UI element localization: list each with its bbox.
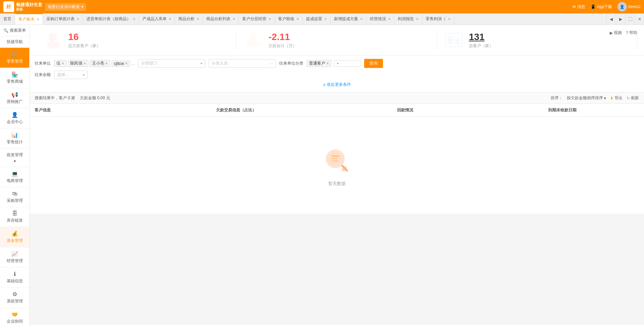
sidebar-item-retail-stats[interactable]: 📊 零售统计 <box>0 129 29 149</box>
store-selector[interactable]: 母婴行业演示帐套 ▾ <box>45 3 86 11</box>
tag-close-normal-customer[interactable]: ✕ <box>326 62 329 65</box>
tag-close-wang[interactable]: ✕ <box>105 62 108 65</box>
tab-home[interactable]: 首页 <box>0 13 15 25</box>
credit-amount-icon: ! <box>243 30 263 50</box>
credit-customers-icon: ¥ <box>43 30 63 50</box>
tab-product-analysis-list[interactable]: 商品分析列表 ✕ <box>203 13 239 25</box>
tab-close-icon[interactable]: ✕ <box>296 17 299 21</box>
tab-raise-settings[interactable]: 提成设置 ✕ <box>303 13 331 25</box>
result-summary: 搜索结果中，客户 0 家 欠款金额 0.00 元 <box>35 95 110 101</box>
help-icon: ? <box>626 31 628 35</box>
stat-credit-amount: ! -2.11 欠款合计（万） <box>237 30 437 50</box>
tab-close-icon[interactable]: ✕ <box>37 17 39 21</box>
filter-tags-unit: 伍 ✕ 陈民强 ✕ 王小亮 ✕ cjttcw ✕ ... <box>54 60 135 67</box>
tab-scroll-right-button[interactable]: ▶ <box>616 13 625 25</box>
col-header-date: 到期未收款日期 <box>548 107 639 113</box>
sidebar-item-marketing[interactable]: 📢 营销推广 <box>0 88 29 108</box>
svg-rect-6 <box>448 36 453 44</box>
tab-purchase-stats[interactable]: 进货单统计表（按商品） ✕ <box>83 13 139 25</box>
more-tags-button[interactable]: ... <box>131 61 135 66</box>
tag-close-cjttcw[interactable]: ✕ <box>125 62 128 65</box>
svg-rect-10 <box>331 155 339 157</box>
top-bar-left: 好 畅捷通好生意 标版 母婴行业演示帐套 ▾ <box>3 1 86 12</box>
sidebar-item-enterprise-coop[interactable]: 🤝 企业协同 <box>0 308 29 325</box>
tab-close-icon[interactable]: ✕ <box>360 17 363 21</box>
remainder-chevron-icon: ▾ <box>83 73 85 77</box>
search-menu-button[interactable]: 🔍 搜索菜单 <box>0 25 29 36</box>
ecommerce-icon: 💻 <box>11 171 18 177</box>
sidebar-item-basic-info[interactable]: ℹ 基础信息 <box>0 267 29 288</box>
message-button[interactable]: ✉ 消息 <box>572 4 585 10</box>
retail-mall-icon: 🏪 <box>11 71 18 78</box>
tab-operations[interactable]: 经营情况 ✕ <box>367 13 394 25</box>
search-icon: 🔍 <box>3 28 8 33</box>
refresh-icon: ↻ <box>627 96 630 101</box>
results-right: 排序： 按欠款金额倒序排序 ▾ ⬇ 导出 ↻ 刷新 <box>551 95 639 101</box>
tab-close-all-button[interactable]: ✕ <box>635 13 644 25</box>
tab-close-icon[interactable]: ✕ <box>388 17 391 21</box>
sidebar-item-retail-mall[interactable]: 🏪 零售商城 <box>0 68 29 88</box>
finance-icon: 💰 <box>11 230 18 237</box>
filter-tags-category: 普通客户 ✕ ▾ <box>307 60 361 67</box>
sidebar-item-ecommerce[interactable]: 💻 电商管理 <box>0 167 29 187</box>
tab-close-icon[interactable]: ✕ <box>416 17 419 21</box>
table-header: 客户信息 欠款交易信息（占比） 回款情况 到期未收款日期 <box>30 104 644 117</box>
tab-close-icon[interactable]: ✕ <box>169 17 171 21</box>
video-button[interactable]: ▶ 视频 <box>610 30 622 36</box>
member-icon: 👤 <box>11 112 18 118</box>
sidebar-item-wholesale[interactable]: 批发管理 ▾ <box>0 149 29 167</box>
tab-close-icon[interactable]: ✕ <box>77 17 79 21</box>
tab-profit-report[interactable]: 利润报告 ✕ <box>394 13 422 25</box>
sidebar-item-inventory[interactable]: 🗄 库存核算 <box>0 207 29 227</box>
tab-scroll-left-button[interactable]: ◀ <box>606 13 616 25</box>
tab-retail-profit[interactable]: 零售利润（ ✕ <box>422 13 454 25</box>
total-customers-label: 总客户（家） <box>469 43 493 49</box>
quick-nav-button[interactable]: 快捷导航 <box>0 36 29 48</box>
sidebar-item-retail[interactable]: 🛒 零售管理 <box>0 48 29 68</box>
help-button[interactable]: ? 帮助 <box>626 30 637 36</box>
tab-close-icon[interactable]: ✕ <box>324 17 327 21</box>
svg-point-1 <box>46 42 60 48</box>
person-select[interactable]: 分管人员 ··· <box>209 59 276 68</box>
sidebar-item-system[interactable]: ⚙ 系统管理 <box>0 288 29 308</box>
tab-close-icon[interactable]: ✕ <box>268 17 271 21</box>
retail-icon: 🛒 <box>11 51 18 58</box>
filter-tag-cjttcw: cjttcw ✕ <box>112 61 130 67</box>
tab-close-icon[interactable]: ✕ <box>133 17 135 21</box>
tab-close-icon[interactable]: ✕ <box>197 17 199 21</box>
refresh-button[interactable]: ↻ 刷新 <box>627 95 639 101</box>
remainder-select[interactable]: 选择... ▾ <box>54 71 88 79</box>
query-button[interactable]: 查询 <box>364 59 383 68</box>
chevron-up-icon: ∧ <box>323 82 326 87</box>
tab-purchase-order[interactable]: 采购订单统计表 ✕ <box>43 13 83 25</box>
tag-close-wu[interactable]: ✕ <box>61 62 64 65</box>
tab-bar: 首页 客户账本 ✕ 采购订单统计表 ✕ 进货单统计表（按商品） ✕ 产成品入库单… <box>0 13 644 25</box>
sidebar-item-operations[interactable]: 📈 经营管理 <box>0 247 29 267</box>
sidebar-item-purchase[interactable]: 🛍 采购管理 <box>0 187 29 207</box>
tab-customer-book[interactable]: 客户账本 ✕ <box>15 13 43 25</box>
tab-close-icon[interactable]: ✕ <box>448 17 450 21</box>
unit-label: 往来单位 <box>35 61 51 66</box>
sort-label: 排序： <box>551 95 563 101</box>
stat-credit-customers: ¥ 16 总欠款客户（家） <box>36 30 237 50</box>
tab-close-icon[interactable]: ✕ <box>232 17 235 21</box>
tab-new-raise[interactable]: 新增提成方案 ✕ <box>331 13 367 25</box>
tab-maximize-button[interactable]: ⛶ <box>625 13 635 25</box>
total-customers-icon <box>444 30 464 50</box>
category-select[interactable]: ▾ <box>334 60 361 67</box>
tab-product-entry[interactable]: 产成品入库单 ✕ <box>139 13 175 25</box>
logo-area: 好 畅捷通好生意 标版 <box>3 1 42 12</box>
tab-product-analysis[interactable]: 商品分析 ✕ <box>175 13 203 25</box>
tab-customer-contact[interactable]: 客户联络 ✕ <box>275 13 303 25</box>
tag-close-chen[interactable]: ✕ <box>83 62 86 65</box>
app-download-button[interactable]: 📱 App下载 <box>591 4 612 10</box>
sidebar-item-finance[interactable]: 💰 资金管理 <box>0 227 29 247</box>
sidebar-item-member[interactable]: 👤 会员中心 <box>0 108 29 129</box>
enterprise-coop-icon: 🤝 <box>11 311 18 318</box>
user-avatar[interactable]: 👤 demo2 <box>617 2 641 11</box>
dept-select[interactable]: 分管部门 ▾ <box>138 59 205 68</box>
collapse-button[interactable]: ∧ 收起更多条件 <box>35 82 639 87</box>
export-button[interactable]: ⬇ 导出 <box>610 95 622 101</box>
tab-customer-segment[interactable]: 客户分层经营 ✕ <box>239 13 275 25</box>
sort-select[interactable]: 按欠款金额倒序排序 ▾ <box>567 95 606 101</box>
